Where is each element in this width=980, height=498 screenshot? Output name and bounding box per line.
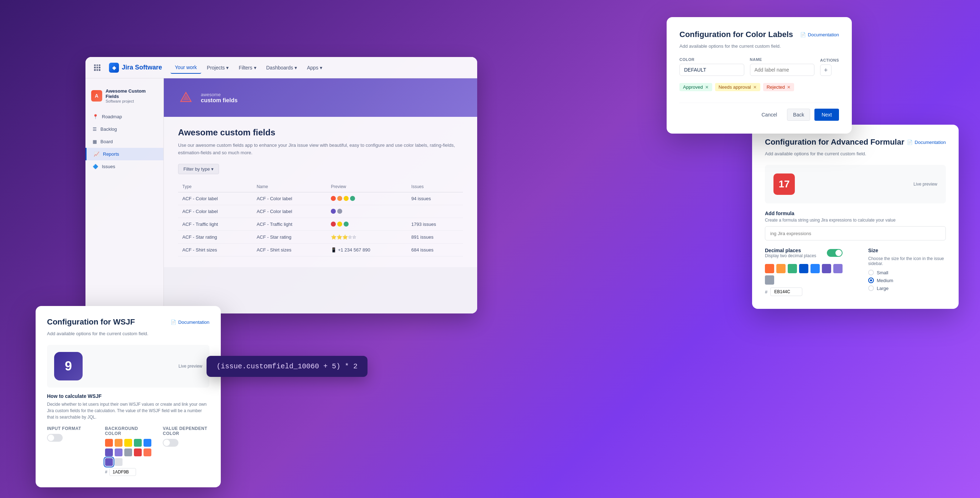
tag-needs-approval-remove[interactable]: ✕ (753, 85, 757, 90)
input-format-title: Input format (47, 426, 94, 431)
grid-menu-icon[interactable] (94, 64, 100, 71)
size-large-option[interactable]: Large (868, 285, 946, 291)
col-preview: Preview (326, 181, 407, 193)
wsjf-doc-icon: 📄 (170, 320, 176, 325)
decimal-desc: Display two decimal places (765, 253, 816, 258)
swatch-amber[interactable] (776, 264, 786, 273)
project-type: Software project (106, 99, 158, 103)
col-name: Name (253, 181, 327, 193)
wsjf-swatch-9[interactable] (134, 449, 142, 456)
tag-rejected-remove[interactable]: ✕ (787, 85, 791, 90)
radio-large[interactable] (868, 285, 874, 291)
advanced-doc-icon: 📄 (907, 140, 913, 145)
swatch-gray[interactable] (765, 275, 774, 285)
value-dependent-toggle[interactable] (163, 439, 178, 447)
tag-approved-remove[interactable]: ✕ (705, 85, 709, 90)
awesome-main-area: Awesome custom fields Use our awesome cu… (164, 117, 477, 267)
swatch-orange[interactable] (765, 264, 774, 273)
wsjf-swatch-11[interactable] (105, 458, 113, 466)
hex-color-input[interactable] (770, 288, 802, 296)
wsjf-swatch-5[interactable] (143, 439, 151, 447)
project-avatar: A (91, 90, 102, 102)
radio-medium[interactable] (868, 277, 874, 283)
modal-field-row: Color DEFAULT Name Actions + (679, 57, 839, 76)
wsjf-swatch-3[interactable] (124, 439, 132, 447)
add-label-button[interactable]: + (820, 64, 832, 76)
cancel-button[interactable]: Cancel (756, 109, 783, 121)
size-medium-option[interactable]: Medium (868, 277, 946, 283)
project-name: Awesome Custom Fields (106, 88, 158, 99)
modal-title: Configuration for Color Labels (679, 30, 793, 39)
tag-rejected: Rejected ✕ (763, 83, 794, 91)
table-row: ACF - Color label ACF - Color label 94 i… (178, 192, 463, 205)
col-issues: Issues (407, 181, 463, 193)
wsjf-calc-section: How to calculate WSJF Decide whether to … (47, 393, 209, 420)
wsjf-swatch-2[interactable] (115, 439, 123, 447)
jira-logo[interactable]: ◆ Jira Software (109, 63, 162, 73)
awesome-app-subtitle: custom fields (201, 97, 237, 103)
nav-your-work[interactable]: Your work (170, 62, 201, 74)
jira-nav: Your work Projects ▾ Filters ▾ Dashboard… (170, 62, 469, 74)
wsjf-hex-input[interactable] (109, 468, 136, 476)
sidebar-item-roadmap[interactable]: 📍 Roadmap (86, 110, 164, 123)
filter-by-type-button[interactable]: Filter by type ▾ (178, 164, 219, 174)
swatch-blue[interactable] (810, 264, 820, 273)
size-section: Size Choose the size for the icon in the… (868, 248, 946, 296)
size-title: Size (868, 248, 946, 253)
jira-main-content: awesome custom fields Awesome custom fie… (164, 78, 477, 313)
documentation-link[interactable]: 📄 Documentation (800, 32, 839, 37)
sidebar-item-board[interactable]: ▦ Board (86, 135, 164, 148)
advanced-doc-link[interactable]: 📄 Documentation (907, 140, 946, 145)
live-preview-label: Live preview (913, 182, 937, 187)
jira-topbar: ◆ Jira Software Your work Projects ▾ Fil… (86, 57, 477, 78)
wsjf-swatch-7[interactable] (115, 449, 123, 456)
formula-desc: Create a formula string using Jira expre… (765, 218, 946, 223)
wsjf-swatch-8[interactable] (124, 449, 132, 456)
swatch-lavender[interactable] (833, 264, 843, 273)
name-label: Name (750, 57, 815, 62)
table-row: ACF - Shirt sizes ACF - Shirt sizes 📱 +1… (178, 243, 463, 256)
swatch-blue-dark[interactable] (799, 264, 808, 273)
reports-icon: 📈 (94, 151, 99, 157)
sidebar-item-issues[interactable]: 🔷 Issues (86, 160, 164, 173)
actions-label: Actions (820, 58, 839, 62)
tag-approved: Approved ✕ (679, 83, 712, 91)
wsjf-swatch-10[interactable] (143, 449, 151, 456)
color-select[interactable]: DEFAULT (679, 64, 744, 76)
awesome-heading: Awesome custom fields (178, 127, 463, 137)
nav-dashboards[interactable]: Dashboards ▾ (262, 62, 302, 73)
bottom-config-row: Decimal places Display two decimal place… (765, 248, 946, 296)
wsjf-modal-subtitle: Add available options for the current cu… (47, 331, 209, 336)
size-small-option[interactable]: Small (868, 270, 946, 275)
color-swatches-section: # (765, 264, 843, 296)
sidebar-item-backlog[interactable]: ☰ Backlog (86, 123, 164, 135)
swatch-green[interactable] (788, 264, 797, 273)
next-button[interactable]: Next (815, 109, 839, 121)
back-button[interactable]: Back (787, 109, 810, 121)
awesome-app-title: awesome (201, 92, 237, 97)
wsjf-swatch-1[interactable] (105, 439, 113, 447)
live-preview-box: 17 Live preview (765, 165, 946, 204)
radio-small[interactable] (868, 270, 874, 275)
table-row: ACF - Color label ACF - Color label (178, 205, 463, 218)
swatch-purple[interactable] (822, 264, 831, 273)
wsjf-doc-link[interactable]: 📄 Documentation (170, 320, 209, 325)
sidebar-item-reports[interactable]: 📈 Reports (86, 148, 164, 160)
modal-tags: Approved ✕ Needs approval ✕ Rejected ✕ (679, 83, 839, 91)
nav-apps[interactable]: Apps ▾ (303, 62, 326, 73)
decimal-toggle[interactable] (827, 249, 843, 257)
formula-input[interactable] (765, 226, 946, 240)
table-row: ACF - Traffic light ACF - Traffic light … (178, 218, 463, 231)
label-name-input[interactable] (750, 64, 815, 76)
nav-filters[interactable]: Filters ▾ (234, 62, 260, 73)
hex-hash: # (765, 289, 767, 294)
wsjf-swatch-12[interactable] (115, 458, 123, 466)
wsjf-swatch-4[interactable] (134, 439, 142, 447)
jira-app-name: Jira Software (122, 64, 162, 71)
wsjf-swatch-6[interactable] (105, 449, 113, 456)
input-format-toggle[interactable] (47, 434, 63, 442)
nav-projects[interactable]: Projects ▾ (203, 62, 233, 73)
table-row: ACF - Star rating ACF - Star rating ⭐⭐⭐☆… (178, 231, 463, 243)
issues-icon: 🔷 (92, 164, 98, 169)
modal-footer: Cancel Back Next (679, 103, 839, 121)
